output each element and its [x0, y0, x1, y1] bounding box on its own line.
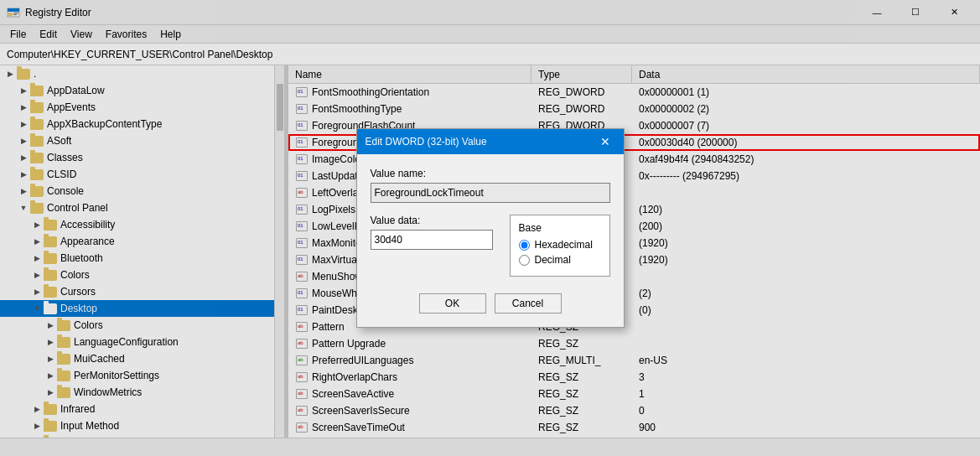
dialog-value-name-field: Value name: [371, 168, 610, 203]
radio-hex-label[interactable]: Hexadecimal [519, 239, 601, 251]
dialog-title: Edit DWORD (32-bit) Value [366, 136, 487, 148]
dialog-section: Value data: Base Hexadecimal Decimal [371, 215, 610, 277]
dialog-close-button[interactable]: ✕ [595, 132, 615, 152]
dialog-cancel-button[interactable]: Cancel [495, 293, 562, 314]
radio-dec-label[interactable]: Decimal [519, 254, 601, 266]
radio-hex[interactable] [519, 240, 530, 251]
base-group-title: Base [519, 222, 601, 234]
dialog-value-name-input[interactable] [371, 183, 610, 203]
dialog-value-data-label: Value data: [371, 215, 493, 226]
dialog: Edit DWORD (32-bit) Value ✕ Value name: … [356, 128, 625, 328]
radio-group-base: Base Hexadecimal Decimal [510, 215, 610, 277]
radio-dec-text: Decimal [535, 254, 571, 266]
dialog-body: Value name: Value data: Base Hexadecimal [357, 154, 624, 327]
dialog-overlay: Edit DWORD (32-bit) Value ✕ Value name: … [0, 0, 980, 456]
dialog-value-name-label: Value name: [371, 168, 610, 179]
dialog-ok-button[interactable]: OK [419, 293, 486, 314]
radio-hex-text: Hexadecimal [535, 239, 593, 251]
dialog-base-group: Base Hexadecimal Decimal [510, 215, 610, 277]
dialog-value-data-input[interactable] [371, 230, 493, 250]
dialog-buttons: OK Cancel [371, 290, 610, 314]
dialog-value-data-field: Value data: [371, 215, 493, 250]
radio-dec[interactable] [519, 255, 530, 266]
dialog-title-bar: Edit DWORD (32-bit) Value ✕ [357, 129, 624, 154]
